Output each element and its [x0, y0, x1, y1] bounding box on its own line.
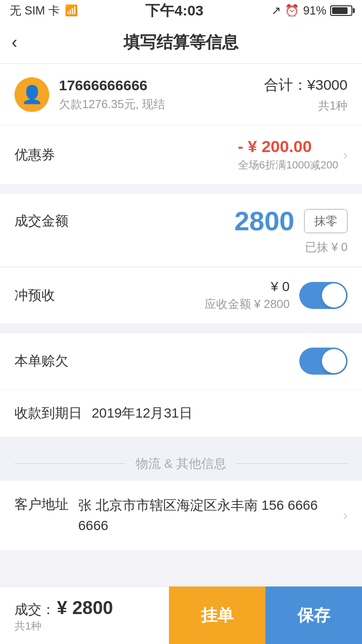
logistics-line-left — [14, 463, 126, 464]
location-icon: ↗ — [271, 4, 281, 17]
battery-percentage: 91% — [303, 4, 326, 17]
prepaid-receivable: 应收金额 ¥ 2800 — [205, 296, 290, 312]
alarm-icon: ⏰ — [285, 4, 299, 17]
page-title: 填写结算等信息 — [124, 31, 238, 54]
main-content: 👤 17666666666 欠款1276.35元, 现结 合计：¥3000 共1… — [0, 64, 362, 637]
carrier-text: 无 SIM 卡 — [10, 3, 60, 18]
status-bar: 无 SIM 卡 📶 下午4:03 ↗ ⏰ 91% — [0, 0, 362, 21]
duedate-section: 收款到期日 2019年12月31日 — [0, 389, 362, 437]
credit-toggle-knob — [322, 349, 346, 373]
coupon-right: - ¥ 200.00 全场6折满1000减200 › — [238, 137, 348, 172]
prepaid-right: ¥ 0 应收金额 ¥ 2800 — [205, 279, 348, 312]
prepaid-amount: ¥ 0 — [205, 279, 290, 294]
round-zero-button[interactable]: 抹零 — [304, 209, 348, 233]
duedate-value: 2019年12月31日 — [92, 404, 193, 422]
prepaid-label: 冲预收 — [14, 286, 55, 305]
address-label: 客户地址 — [14, 495, 69, 514]
bottom-info: 成交： ¥ 2800 共1种 — [0, 587, 169, 644]
logistics-line-right — [236, 463, 348, 464]
deal-section: 成交金额 2800 抹零 已抹 ¥ 0 — [0, 194, 362, 267]
customer-right: 合计：¥3000 共1种 — [264, 75, 348, 113]
coupon-discount: - ¥ 200.00 — [238, 137, 338, 156]
customer-section: 👤 17666666666 欠款1276.35元, 现结 合计：¥3000 共1… — [0, 64, 362, 125]
coupon-section[interactable]: 优惠券 - ¥ 200.00 全场6折满1000减200 › — [0, 125, 362, 184]
deal-amount[interactable]: 2800 — [234, 205, 294, 237]
section-divider-1 — [0, 184, 362, 194]
battery-indicator — [330, 5, 352, 16]
total-count: 共1种 — [264, 98, 348, 113]
pending-button[interactable]: 挂单 — [169, 587, 265, 644]
bottom-count: 共1种 — [14, 619, 154, 633]
bottom-deal-label: 成交： — [14, 601, 55, 619]
customer-left: 👤 17666666666 欠款1276.35元, 现结 — [14, 77, 165, 112]
bottom-deal-row: 成交： ¥ 2800 — [14, 598, 154, 619]
battery-fill — [332, 7, 348, 14]
coupon-info: - ¥ 200.00 全场6折满1000减200 — [238, 137, 338, 172]
coupon-label: 优惠券 — [14, 146, 55, 164]
address-section[interactable]: 客户地址 张 北京市市辖区海淀区永丰南 156 6666 6666 › — [0, 481, 362, 550]
customer-phone: 17666666666 — [59, 77, 165, 94]
bottom-deal-amount: ¥ 2800 — [57, 598, 113, 618]
bottom-bar: 成交： ¥ 2800 共1种 挂单 保存 — [0, 586, 362, 644]
address-value: 张 北京市市辖区海淀区永丰南 156 6666 6666 — [78, 495, 343, 536]
credit-label: 本单赊欠 — [14, 352, 69, 370]
prepaid-section: 冲预收 ¥ 0 应收金额 ¥ 2800 — [0, 267, 362, 323]
duedate-row: 收款到期日 2019年12月31日 — [14, 404, 348, 422]
toggle-knob — [322, 283, 346, 308]
avatar: 👤 — [14, 77, 49, 112]
credit-section: 本单赊欠 — [0, 333, 362, 389]
status-time: 下午4:03 — [145, 1, 203, 21]
deal-sub-text: 已抹 ¥ 0 — [14, 239, 348, 255]
back-button[interactable]: ‹ — [12, 32, 17, 53]
prepaid-amount-block: ¥ 0 应收金额 ¥ 2800 — [205, 279, 290, 312]
chevron-right-icon: › — [343, 147, 348, 163]
section-divider-3 — [0, 437, 362, 447]
deal-row: 成交金额 2800 抹零 — [14, 205, 348, 237]
avatar-icon: 👤 — [21, 84, 43, 105]
address-chevron-icon: › — [343, 508, 348, 523]
section-divider-2 — [0, 323, 362, 333]
credit-toggle[interactable] — [299, 348, 348, 375]
wifi-icon: 📶 — [65, 4, 78, 17]
deal-label: 成交金额 — [14, 212, 69, 230]
deal-right: 2800 抹零 — [234, 205, 348, 237]
customer-info: 17666666666 欠款1276.35元, 现结 — [59, 77, 165, 112]
prepaid-toggle[interactable] — [299, 282, 348, 309]
duedate-label: 收款到期日 — [14, 404, 82, 422]
total-amount: 合计：¥3000 — [264, 75, 348, 95]
save-button[interactable]: 保存 — [265, 587, 362, 644]
logistics-label: 物流 & 其他信息 — [136, 455, 226, 472]
coupon-description: 全场6折满1000减200 — [238, 158, 338, 172]
page-header: ‹ 填写结算等信息 — [0, 21, 362, 64]
customer-debt: 欠款1276.35元, 现结 — [59, 97, 165, 112]
status-right: ↗ ⏰ 91% — [271, 4, 352, 17]
status-left: 无 SIM 卡 📶 — [10, 3, 78, 18]
logistics-divider: 物流 & 其他信息 — [0, 447, 362, 481]
